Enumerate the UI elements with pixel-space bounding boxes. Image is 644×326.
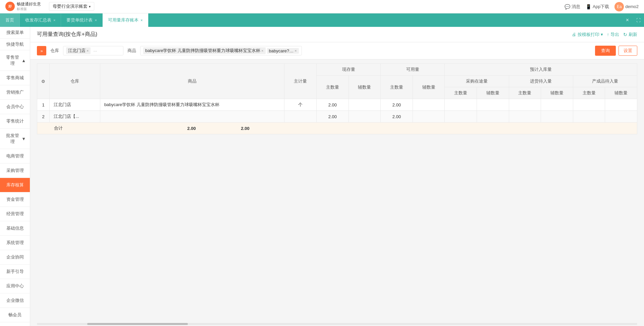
footer-label: 合计 [54, 126, 63, 131]
sidebar-item-enterprise-coop[interactable]: 企业协同 [0, 250, 30, 265]
tab-requisition-close[interactable]: × [95, 18, 97, 22]
sidebar-retail-mgmt-label: 零售管理 [4, 54, 21, 66]
sidebar-item-retail-stats[interactable]: 零售统计 [0, 114, 30, 129]
sidebar-vip-member-label: 畅会员 [8, 312, 21, 318]
close-all-tabs-btn[interactable]: × [622, 13, 633, 27]
row2-product [100, 111, 284, 123]
org-selector[interactable]: 母婴行业演示账套 ▾ [49, 2, 94, 11]
row1-avail-main: 2.00 [381, 99, 413, 111]
template-print-btn[interactable]: 按模板打印 ▾ [572, 32, 603, 38]
table-row: 1 江北门店 babycare学饮杯 儿童防摔防撞吸管杯重力球吸嘴杯宝宝水杯 个… [37, 99, 637, 111]
scroll-bar[interactable] [30, 322, 644, 326]
sidebar-item-new-guide[interactable]: 新手引导 [0, 265, 30, 279]
refresh-btn[interactable]: 刷新 [623, 32, 637, 38]
sidebar-new-guide-label: 新手引导 [6, 269, 24, 275]
row1-current-aux [348, 99, 381, 111]
row1-purchase-aux [477, 99, 509, 111]
print-chevron: ▾ [601, 32, 603, 37]
org-name: 母婴行业演示账套 [53, 3, 88, 9]
expand-tabs-btn[interactable]: ⛶ [633, 13, 644, 27]
scroll-thumb[interactable] [87, 323, 188, 325]
tab-collect-pay-close[interactable]: × [53, 18, 55, 22]
sidebar-item-retail-mall[interactable]: 零售商城 [0, 71, 30, 85]
sidebar-item-ecommerce[interactable]: 电商管理 [0, 149, 30, 164]
tab-available-ledger[interactable]: 可用量库存账本 × [103, 13, 148, 27]
row2-goods-main [509, 111, 541, 123]
query-btn[interactable]: 查询 [595, 46, 616, 56]
sidebar-item-app-center[interactable]: 应用中心 [0, 279, 30, 293]
sidebar-item-basic-info[interactable]: 基础信息 [0, 221, 30, 236]
sidebar-retail-mall-label: 零售商城 [6, 75, 24, 81]
avatar: Ea [614, 2, 624, 11]
tab-requisition[interactable]: 要货单统计表 × [61, 13, 102, 27]
sidebar-retail-stats-label: 零售统计 [6, 118, 24, 124]
sidebar-item-enterprise-wechat[interactable]: 企业微信 [0, 293, 30, 308]
row1-products-aux [605, 99, 637, 111]
sidebar-item-marketing[interactable]: 营销推广 [0, 85, 30, 100]
tab-collect-pay[interactable]: 收发存汇总表 × [20, 13, 61, 27]
product-input[interactable]: babycare学饮杯 儿童防摔防撞吸管杯重力球吸嘴杯宝宝水杯 × babyca… [140, 46, 302, 55]
sidebar-operations-mgmt-label: 经营管理 [6, 211, 24, 217]
row2-purchase-aux [477, 111, 509, 123]
sidebar-member-center-label: 会员中心 [6, 104, 24, 110]
sidebar-item-wholesale-mgmt[interactable]: 批发管理 ▼ [0, 129, 30, 149]
content-area: 可用量查询(按仓库+商品) 按模板打印 ▾ 导出 刷新 [30, 27, 644, 326]
settings-btn[interactable]: 设置 [619, 46, 637, 56]
export-btn[interactable]: 导出 [607, 32, 620, 38]
sidebar-item-purchase-mgmt[interactable]: 采购管理 [0, 164, 30, 178]
row1-goods-aux [541, 99, 573, 111]
message-icon [565, 4, 570, 9]
refresh-label: 刷新 [629, 32, 637, 38]
sidebar-item-retail-mgmt[interactable]: 零售管理 ▲ [0, 50, 30, 71]
logo-icon: 好 [5, 2, 15, 11]
sidebar-item-member-center[interactable]: 会员中心 [0, 100, 30, 114]
export-label: 导出 [610, 32, 619, 38]
th-predicted-in: 预计入库量 [445, 64, 637, 76]
th-current-stock: 现存量 [317, 64, 381, 76]
th-goods-aux: 辅数量 [541, 87, 573, 99]
product-tag1: babycare学饮杯 儿童防摔防撞吸管杯重力球吸嘴杯宝宝水杯 × [143, 47, 266, 54]
row1-goods-main [509, 99, 541, 111]
sidebar-purchase-mgmt-label: 采购管理 [6, 168, 24, 174]
page-actions: 按模板打印 ▾ 导出 刷新 [572, 32, 638, 38]
tab-home-label: 首页 [5, 17, 14, 23]
th-purchase-in-transit: 采购在途量 [445, 76, 509, 87]
main-layout: 搜索菜单 快捷导航 零售管理 ▲ 零售商城 营销推广 会员中心 零售统计 批发管… [0, 27, 644, 326]
retail-mgmt-arrow: ▲ [21, 58, 26, 63]
sidebar-quick-nav[interactable]: 快捷导航 [0, 39, 30, 50]
app-download-btn[interactable]: App下载 [586, 4, 609, 10]
print-icon [572, 32, 576, 37]
sidebar-item-finance-mgmt[interactable]: 资金管理 [0, 192, 30, 207]
app-download-label: App下载 [593, 4, 609, 10]
filter-toggle-btn[interactable]: » [37, 46, 46, 55]
template-print-label: 按模板打印 [578, 32, 599, 38]
sidebar-item-operations-mgmt[interactable]: 经营管理 [0, 207, 30, 221]
sidebar-item-vip-member[interactable]: 畅会员 [0, 308, 30, 322]
search-label: 搜索菜单 [6, 30, 24, 35]
row2-current-main: 2.00 [317, 111, 349, 123]
row1-warehouse: 江北门店 [50, 99, 100, 111]
sidebar-item-inventory-check[interactable]: 库存核算 [0, 178, 30, 192]
warehouse-tag: 江北门店 × [66, 47, 91, 54]
table-footer: 合计 2.00 2.00 [37, 123, 637, 134]
warehouse-input[interactable]: 江北门店 × ··· [63, 46, 123, 55]
product-tag1-close[interactable]: × [261, 49, 263, 53]
th-available: 可用量 [381, 64, 445, 76]
th-goods-main: 主数量 [509, 87, 541, 99]
row2-products-aux [605, 111, 637, 123]
warehouse-tag-close[interactable]: × [87, 49, 89, 53]
message-btn[interactable]: 消息 [565, 4, 580, 10]
user-area[interactable]: Ea demo2 [614, 2, 639, 11]
sidebar-search[interactable]: 搜索菜单 [0, 27, 30, 39]
sidebar-item-system-mgmt[interactable]: 系统管理 [0, 236, 30, 250]
sidebar: 搜索菜单 快捷导航 零售管理 ▲ 零售商城 营销推广 会员中心 零售统计 批发管… [0, 27, 30, 326]
message-label: 消息 [572, 4, 580, 10]
table-row: 2 江北门店【... 2.00 2.00 [37, 111, 637, 123]
tab-available-ledger-close[interactable]: × [141, 18, 143, 22]
row2-goods-aux [541, 111, 573, 123]
warehouse-more[interactable]: ··· [92, 48, 98, 53]
wholesale-arrow: ▼ [21, 136, 26, 141]
product-tag2-close[interactable]: × [294, 49, 297, 53]
nav-tabs: 首页 收发存汇总表 × 要货单统计表 × 可用量库存账本 × × ⛶ [0, 13, 644, 27]
tab-home[interactable]: 首页 [0, 13, 20, 27]
